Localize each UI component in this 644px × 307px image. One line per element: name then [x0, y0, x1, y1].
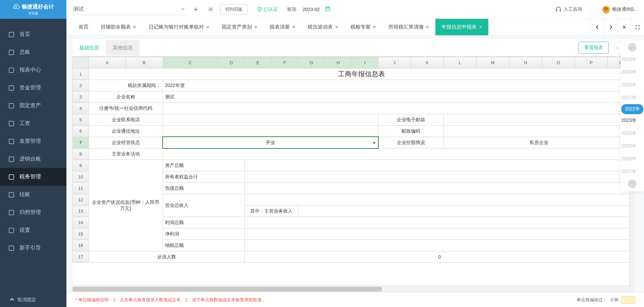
nav-item-11[interactable]: 设置	[0, 221, 66, 239]
postcode-value[interactable]	[444, 126, 635, 137]
row-head-10[interactable]: 10	[73, 171, 89, 183]
col-head-D[interactable]: D	[218, 57, 245, 69]
tab-2[interactable]: 固定资产类别✕	[216, 19, 264, 35]
tab-close-icon[interactable]: ✕	[292, 25, 296, 30]
row-head-9[interactable]: 9	[73, 160, 89, 171]
revenue-value[interactable]	[245, 194, 634, 206]
col-head-P[interactable]: P	[575, 57, 608, 69]
company-name-value[interactable]: 测试	[163, 91, 635, 103]
nav-item-8[interactable]: 税务管理	[0, 168, 66, 186]
year-2027年[interactable]: 2027年	[621, 165, 643, 178]
net-profit-value[interactable]	[245, 228, 634, 240]
year-up-button[interactable]: ︿	[628, 43, 637, 52]
tab-close-icon[interactable]: ✕	[426, 25, 429, 30]
user-menu[interactable]: 🐯 畅捷通B组...	[602, 5, 638, 13]
year-2019年[interactable]: 2019年	[621, 66, 643, 79]
row-head-7[interactable]: 7	[73, 137, 89, 148]
row-head-5[interactable]: 5	[73, 114, 89, 126]
horizontal-scrollbar[interactable]	[72, 286, 635, 292]
row-head-6[interactable]: 6	[73, 126, 89, 137]
col-head-I[interactable]: I	[352, 57, 378, 69]
address-value[interactable]	[163, 126, 378, 137]
tab-close-icon[interactable]: ✕	[479, 25, 482, 30]
row-head-16[interactable]: 16	[73, 240, 89, 251]
row-head-8[interactable]: 8	[73, 148, 89, 160]
row-head-1[interactable]: 1	[73, 69, 89, 80]
scrollbar-thumb[interactable]	[72, 287, 382, 292]
row-head-2[interactable]: 2	[73, 80, 89, 91]
total-assets-value[interactable]	[245, 160, 634, 171]
tab-3[interactable]: 税表清册✕	[264, 19, 302, 35]
tab-1[interactable]: 日记账与银行对账单核对✕	[143, 19, 216, 35]
col-head-L[interactable]: L	[444, 57, 477, 69]
tab-6[interactable]: 所得税汇算清缴✕	[382, 19, 435, 35]
company-dropdown[interactable]: 测试	[72, 4, 186, 15]
status-value-cell[interactable]: 开业▼	[163, 137, 378, 148]
tabs-fullscreen-button[interactable]	[631, 19, 644, 36]
nav-item-1[interactable]: 总账	[0, 43, 66, 61]
col-head-N[interactable]: N	[509, 57, 542, 69]
col-head-J[interactable]: J	[378, 57, 411, 69]
employees-value[interactable]: 0	[245, 251, 634, 263]
year-2025年[interactable]: 2025年	[621, 140, 643, 152]
year-2026年[interactable]: 2026年	[621, 152, 643, 165]
tab-7[interactable]: 年报信息申报表✕	[435, 19, 488, 35]
tab-home[interactable]: 首页	[72, 19, 95, 35]
row-head-17[interactable]: 17	[73, 251, 89, 263]
col-head-K[interactable]: K	[411, 57, 444, 69]
row-head-3[interactable]: 3	[73, 91, 89, 103]
row-head-14[interactable]: 14	[73, 217, 89, 228]
subtab-basic[interactable]: 基础信息	[72, 40, 106, 56]
year-2023年[interactable]: 2023年	[621, 114, 643, 127]
year-2018年[interactable]: 2018年	[621, 53, 643, 66]
tab-close-icon[interactable]: ✕	[373, 25, 376, 30]
subtab-other[interactable]: 其他信息	[106, 40, 140, 56]
email-value[interactable]	[444, 114, 635, 126]
tab-close-icon[interactable]: ✕	[206, 25, 210, 30]
liabilities-value[interactable]	[245, 183, 634, 194]
nav-item-3[interactable]: 资金管理	[0, 79, 66, 97]
row-head-13[interactable]: 13	[73, 206, 89, 217]
tab-close-icon[interactable]: ✕	[133, 25, 137, 30]
year-2022年[interactable]: 2022年	[621, 104, 643, 114]
row-head-11[interactable]: 11	[73, 183, 89, 194]
nav-item-2[interactable]: 报表中心	[0, 61, 66, 79]
tabs-prev-button[interactable]	[590, 19, 604, 36]
tab-close-icon[interactable]: ✕	[254, 25, 258, 30]
nav-item-7[interactable]: 进销台账	[0, 150, 66, 168]
old-version-button[interactable]: 切到旧版	[220, 4, 248, 15]
settings-button[interactable]	[205, 4, 216, 15]
sidebar-unpin[interactable]: 取消固定	[0, 293, 66, 307]
nav-item-10[interactable]: 归档管理	[0, 204, 66, 221]
col-head-M[interactable]: M	[476, 57, 509, 69]
col-head-B[interactable]: B	[126, 57, 163, 69]
main-revenue-value[interactable]	[298, 206, 635, 217]
tab-close-icon[interactable]: ✕	[335, 25, 338, 30]
reg-code-value[interactable]	[163, 103, 635, 114]
col-head-A[interactable]: A	[89, 57, 125, 69]
holding-value[interactable]: 私营企业	[444, 137, 635, 148]
tabs-close-button[interactable]	[617, 19, 631, 36]
phone-value[interactable]	[163, 114, 378, 126]
profit-value[interactable]	[245, 217, 634, 228]
col-head-H[interactable]: H	[325, 57, 352, 69]
year-2024年[interactable]: 2024年	[621, 127, 643, 140]
spreadsheet[interactable]: ABCDEFGHIJKLMNOPQ 1工商年报信息表 2税款所属期间：2022年…	[72, 57, 635, 286]
tax-value[interactable]	[245, 240, 634, 251]
nav-item-6[interactable]: 发票管理	[0, 132, 66, 150]
nav-item-5[interactable]: 工资	[0, 115, 66, 132]
tabs-next-button[interactable]	[604, 19, 617, 36]
col-head-E[interactable]: E	[245, 57, 271, 69]
main-biz-value[interactable]	[163, 148, 635, 160]
tab-5[interactable]: 税检专家✕	[344, 19, 382, 35]
col-head-C[interactable]: C	[163, 57, 218, 69]
reset-report-button[interactable]: 重置报表	[579, 42, 609, 54]
nav-item-9[interactable]: 结账	[0, 186, 66, 204]
col-head-O[interactable]: O	[542, 57, 575, 69]
year-2020年[interactable]: 2020年	[621, 79, 643, 91]
nav-item-4[interactable]: 固定资产	[0, 97, 66, 115]
col-head-G[interactable]: G	[298, 57, 325, 69]
tab-4[interactable]: 税负波动表✕	[302, 19, 344, 35]
consult-button[interactable]: 人工咨询	[555, 6, 582, 12]
year-2021年[interactable]: 2021年	[621, 91, 643, 104]
